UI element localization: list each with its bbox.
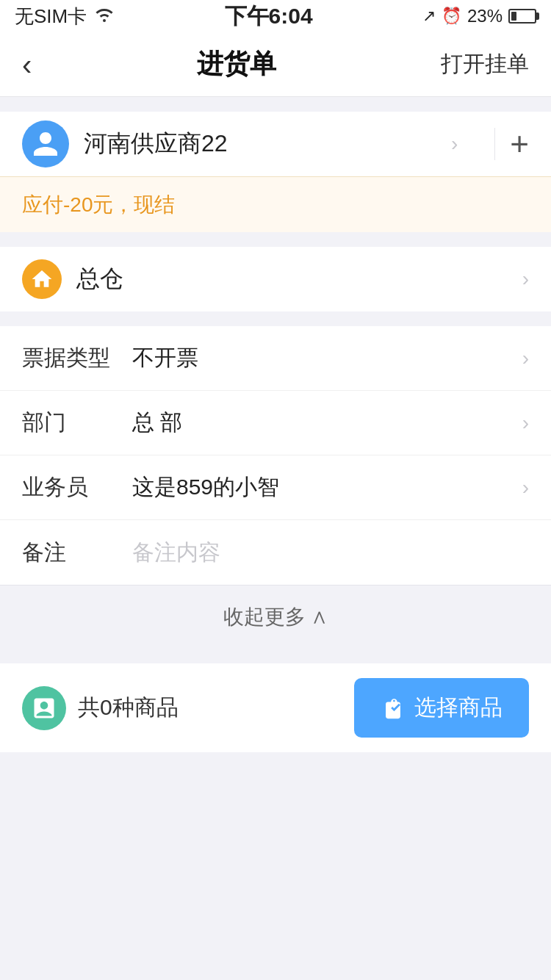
back-button[interactable]: ‹ bbox=[22, 50, 32, 79]
select-product-button[interactable]: 选择商品 bbox=[354, 678, 529, 738]
supplier-divider bbox=[494, 128, 495, 160]
status-right: ↗ ⏰ 23% bbox=[422, 6, 536, 26]
product-count-section: 共0种商品 bbox=[22, 686, 179, 730]
status-time: 下午6:04 bbox=[225, 1, 313, 32]
page-title: 进货单 bbox=[197, 46, 276, 82]
supplier-avatar bbox=[22, 120, 69, 167]
notice-banner: 应付-20元，现结 bbox=[0, 176, 551, 232]
salesman-value: 这是859的小智 bbox=[125, 472, 522, 502]
invoice-row[interactable]: 票据类型 不开票 › bbox=[0, 326, 551, 391]
collapse-button[interactable]: 收起更多 ∧ bbox=[0, 585, 551, 649]
supplier-chevron-icon: › bbox=[451, 132, 458, 156]
salesman-chevron-icon: › bbox=[522, 476, 529, 500]
content-area: 河南供应商22 › + 应付-20元，现结 总仓 › 票据类型 不开票 › 部门… bbox=[0, 112, 551, 973]
warehouse-icon bbox=[22, 259, 62, 299]
nav-bar: ‹ 进货单 打开挂单 bbox=[0, 32, 551, 97]
department-row[interactable]: 部门 总 部 › bbox=[0, 391, 551, 455]
select-product-icon bbox=[381, 696, 406, 721]
product-count-icon bbox=[22, 686, 66, 730]
invoice-label: 票据类型 bbox=[22, 343, 125, 373]
notice-text: 应付-20元，现结 bbox=[22, 193, 175, 216]
department-label: 部门 bbox=[22, 408, 125, 438]
remark-input[interactable]: 备注内容 bbox=[125, 538, 529, 568]
battery-percentage: 23% bbox=[467, 6, 503, 26]
battery-icon bbox=[508, 9, 536, 24]
lower-content bbox=[0, 752, 551, 973]
warehouse-section[interactable]: 总仓 › bbox=[0, 247, 551, 311]
department-value: 总 部 bbox=[125, 408, 522, 438]
product-count-text: 共0种商品 bbox=[78, 693, 179, 723]
carrier-text: 无SIM卡 bbox=[15, 4, 87, 29]
bottom-bar: 共0种商品 选择商品 bbox=[0, 663, 551, 752]
warehouse-name: 总仓 bbox=[76, 263, 522, 295]
department-chevron-icon: › bbox=[522, 411, 529, 435]
status-left: 无SIM卡 bbox=[15, 4, 115, 29]
invoice-chevron-icon: › bbox=[522, 347, 529, 370]
supplier-section[interactable]: 河南供应商22 › + bbox=[0, 112, 551, 176]
add-supplier-button[interactable]: + bbox=[510, 128, 529, 160]
invoice-value: 不开票 bbox=[125, 343, 522, 373]
alarm-icon: ⏰ bbox=[442, 7, 461, 26]
remark-row[interactable]: 备注 备注内容 bbox=[0, 520, 551, 585]
select-product-label: 选择商品 bbox=[414, 693, 503, 723]
open-pending-button[interactable]: 打开挂单 bbox=[441, 49, 529, 79]
form-section: 票据类型 不开票 › 部门 总 部 › 业务员 这是859的小智 › 备注 备注… bbox=[0, 326, 551, 585]
status-bar: 无SIM卡 下午6:04 ↗ ⏰ 23% bbox=[0, 0, 551, 32]
supplier-name: 河南供应商22 bbox=[84, 128, 451, 160]
wifi-icon bbox=[94, 6, 115, 26]
warehouse-chevron-icon: › bbox=[522, 267, 529, 291]
location-icon: ↗ bbox=[422, 7, 436, 26]
salesman-row[interactable]: 业务员 这是859的小智 › bbox=[0, 455, 551, 520]
remark-label: 备注 bbox=[22, 538, 125, 568]
salesman-label: 业务员 bbox=[22, 472, 125, 502]
